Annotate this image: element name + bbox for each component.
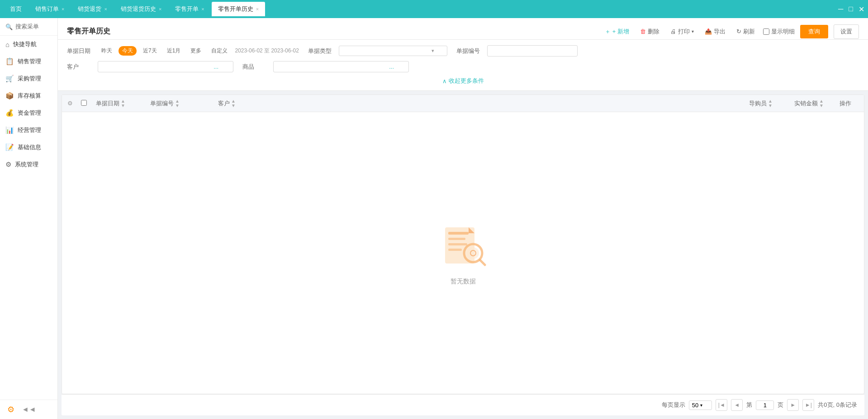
filter-area: 单据日期 昨天 今天 近7天 近1月 更多 自定义 2023-06-02 至 2… xyxy=(58,40,868,91)
tab-retail-open[interactable]: 零售开单 × xyxy=(169,2,210,16)
prev-page-button[interactable]: ◄ xyxy=(731,399,743,411)
refresh-icon: ↻ xyxy=(736,28,741,35)
close-tab-sales-return[interactable]: × xyxy=(104,6,107,12)
doc-number-input[interactable] xyxy=(487,45,578,56)
close-button[interactable]: ✕ xyxy=(859,5,864,14)
last-page-button[interactable]: ►| xyxy=(802,399,814,411)
sidebar-item-finance[interactable]: 💰 资金管理 xyxy=(0,104,57,122)
table-area: ⚙ 单据日期 ▲▼ 单据编号 ▲▼ 客户 ▲▼ 导购员 xyxy=(62,94,864,394)
total-info: 共0页, 0条记录 xyxy=(818,401,857,409)
product-select[interactable]: ... xyxy=(273,61,409,72)
sidebar-item-basic-info[interactable]: 📝 基础信息 xyxy=(0,139,57,156)
query-button[interactable]: 查询 xyxy=(800,25,828,38)
doc-type-arrow: ▾ xyxy=(432,48,434,54)
page-size-select[interactable]: 50 ▾ xyxy=(689,400,712,410)
settings-filter-button[interactable]: 设置 xyxy=(834,24,859,39)
delete-button[interactable]: 🗑 删除 xyxy=(637,26,662,38)
sidebar-item-sales-mgmt[interactable]: 📋 销售管理 xyxy=(0,53,57,70)
date-btn-7days[interactable]: 近7天 xyxy=(139,46,161,56)
th-guide[interactable]: 导购员 ▲▼ xyxy=(745,95,790,112)
collapse-icon: ∧ xyxy=(442,78,447,85)
sidebar-item-operations[interactable]: 📊 经营管理 xyxy=(0,122,57,139)
sidebar-search[interactable]: 🔍 搜索采单 xyxy=(0,18,57,36)
table-settings-icon[interactable]: ⚙ xyxy=(64,96,76,110)
close-tab-retail-history[interactable]: × xyxy=(256,6,259,12)
sidebar: 🔍 搜索采单 ⌂ 快捷导航 📋 销售管理 🛒 采购管理 📦 库存核算 💰 资金管… xyxy=(0,18,58,419)
collapse-filter-button[interactable]: ∧ 收起更多条件 xyxy=(442,77,484,85)
top-tab-bar: 首页 销售订单 × 销货退货 × 销货退货历史 × 零售开单 × 零售开单历史 … xyxy=(0,0,868,18)
sidebar-item-inventory[interactable]: 📦 库存核算 xyxy=(0,87,57,104)
purchase-icon: 🛒 xyxy=(5,75,14,83)
finance-icon: 💰 xyxy=(5,109,14,117)
doc-type-select[interactable]: ▾ xyxy=(339,46,447,56)
table-select-all[interactable] xyxy=(76,96,91,111)
date-btn-more[interactable]: 更多 xyxy=(187,46,205,56)
product-label: 商品 xyxy=(242,63,270,71)
pagination: 每页显示 50 ▾ |◄ ◄ 第 页 ► ►| 共0页, 0条记录 xyxy=(62,394,864,415)
minimize-button[interactable]: ─ xyxy=(838,5,843,13)
filter-row-1: 单据日期 昨天 今天 近7天 近1月 更多 自定义 2023-06-02 至 2… xyxy=(67,45,859,56)
settings-icon[interactable]: ⚙ xyxy=(7,405,14,414)
page-number-input[interactable] xyxy=(756,400,774,410)
sidebar-item-purchase-mgmt[interactable]: 🛒 采购管理 xyxy=(0,70,57,87)
amount-sort-icon: ▲▼ xyxy=(819,99,824,108)
print-button[interactable]: 🖨 打印 ▾ xyxy=(668,26,697,38)
product-select-dots[interactable]: ... xyxy=(387,63,396,70)
customer-select[interactable]: ... xyxy=(98,61,233,72)
page-label-pre: 第 xyxy=(746,401,752,409)
tab-retail-history[interactable]: 零售开单历史 × xyxy=(212,2,265,16)
basic-info-icon: 📝 xyxy=(5,143,14,151)
svg-rect-4 xyxy=(448,249,462,251)
th-customer[interactable]: 客户 ▲▼ xyxy=(213,95,745,112)
select-all-checkbox[interactable] xyxy=(81,100,87,106)
date-filter-group: 单据日期 昨天 今天 近7天 近1月 更多 自定义 2023-06-02 至 2… xyxy=(67,46,299,56)
sidebar-bottom: ⚙ ◄◄ xyxy=(0,400,57,419)
window-controls: ─ □ ✕ xyxy=(838,5,864,14)
svg-rect-3 xyxy=(448,243,467,245)
date-btn-yesterday[interactable]: 昨天 xyxy=(98,46,116,56)
tab-sales-return-history[interactable]: 销货退货历史 × xyxy=(114,2,168,16)
page-label-post: 页 xyxy=(778,401,783,409)
show-detail-input[interactable] xyxy=(763,28,769,35)
close-tab-retail-open[interactable]: × xyxy=(201,6,204,12)
th-number[interactable]: 单据编号 ▲▼ xyxy=(146,95,213,112)
empty-text: 暂无数据 xyxy=(451,278,476,286)
tab-sales-order[interactable]: 销售订单 × xyxy=(29,2,71,16)
tab-home[interactable]: 首页 xyxy=(4,2,28,16)
th-date[interactable]: 单据日期 ▲▼ xyxy=(91,95,146,112)
date-btn-custom[interactable]: 自定义 xyxy=(208,46,231,56)
customer-select-dots[interactable]: ... xyxy=(212,63,220,70)
export-button[interactable]: 📤 导出 xyxy=(702,26,728,38)
doc-number-label: 单据编号 xyxy=(456,47,484,55)
export-icon: 📤 xyxy=(705,28,712,35)
date-btn-today[interactable]: 今天 xyxy=(119,46,137,56)
sales-icon: 📋 xyxy=(5,57,14,66)
page-title: 零售开单历史 xyxy=(67,27,110,36)
svg-line-8 xyxy=(480,260,485,265)
first-page-button[interactable]: |◄ xyxy=(716,399,727,411)
print-icon: 🖨 xyxy=(670,28,676,35)
tab-sales-return[interactable]: 销货退货 × xyxy=(71,2,113,16)
sidebar-item-quick-nav[interactable]: ⌂ 快捷导航 xyxy=(0,36,57,53)
doc-number-filter-group: 单据编号 xyxy=(456,45,578,56)
refresh-button[interactable]: ↻ 刷新 xyxy=(734,26,758,38)
sidebar-item-system[interactable]: ⚙ 系统管理 xyxy=(0,156,57,173)
date-sort-icon: ▲▼ xyxy=(121,99,125,108)
date-filter: 昨天 今天 近7天 近1月 更多 自定义 xyxy=(98,46,231,56)
search-icon: 🔍 xyxy=(5,24,13,30)
close-tab-sales-order[interactable]: × xyxy=(62,6,64,12)
maximize-button[interactable]: □ xyxy=(849,5,853,13)
th-amount[interactable]: 实销金额 ▲▼ xyxy=(790,95,835,112)
add-button[interactable]: ＋ + 新增 xyxy=(602,26,632,38)
delete-icon: 🗑 xyxy=(640,28,646,35)
operations-icon: 📊 xyxy=(5,126,14,134)
close-tab-sales-return-history[interactable]: × xyxy=(159,6,161,12)
guide-sort-icon: ▲▼ xyxy=(768,99,773,108)
next-page-button[interactable]: ► xyxy=(787,399,799,411)
page-header: 零售开单历史 ＋ + 新增 🗑 删除 🖨 打印 ▾ 📤 导出 xyxy=(58,18,868,40)
date-btn-1month[interactable]: 近1月 xyxy=(163,46,185,56)
collapse-sidebar-icon[interactable]: ◄◄ xyxy=(22,405,36,414)
header-actions: ＋ + 新增 🗑 删除 🖨 打印 ▾ 📤 导出 ↻ xyxy=(602,24,859,39)
doc-type-filter-group: 单据类型 ▾ xyxy=(308,46,447,56)
show-detail-checkbox[interactable]: 显示明细 xyxy=(763,28,795,36)
